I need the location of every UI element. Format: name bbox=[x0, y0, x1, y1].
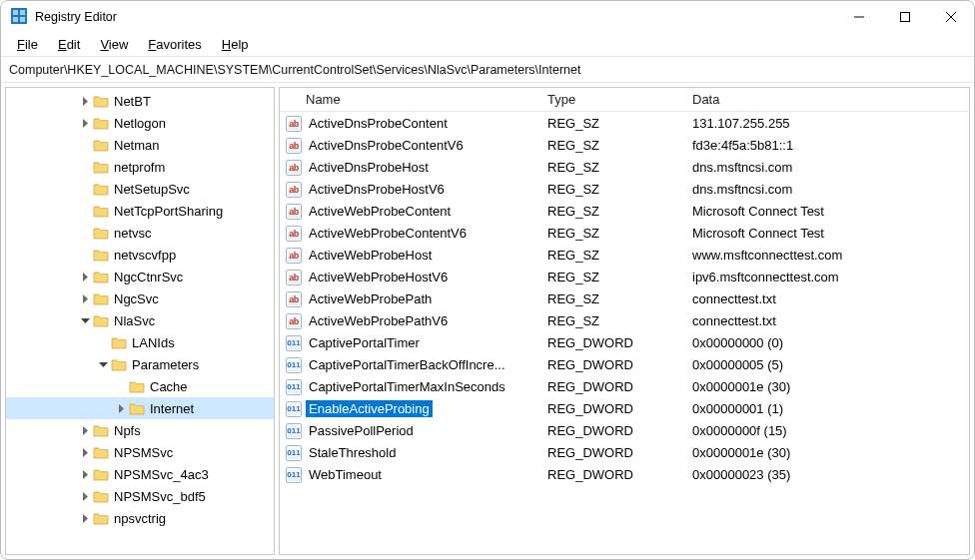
tree-item[interactable]: NgcCtnrSvc bbox=[6, 266, 275, 287]
value-row[interactable]: 011EnableActiveProbingREG_DWORD0x0000000… bbox=[280, 397, 970, 419]
value-row[interactable]: abActiveWebProbePathV6REG_SZconnecttest.… bbox=[280, 309, 970, 331]
address-bar[interactable]: Computer\HKEY_LOCAL_MACHINE\SYSTEM\Curre… bbox=[1, 57, 974, 83]
reg-dword-icon: 011 bbox=[286, 445, 302, 461]
folder-icon bbox=[93, 248, 109, 262]
value-row[interactable]: abActiveWebProbeContentREG_SZMicrosoft C… bbox=[280, 200, 970, 222]
tree-item[interactable]: LANIds bbox=[6, 331, 275, 353]
tree-label: netprofm bbox=[114, 160, 165, 175]
folder-icon bbox=[129, 379, 145, 393]
value-name: ActiveWebProbePath bbox=[306, 290, 435, 307]
value-row[interactable]: abActiveDnsProbeHostREG_SZdns.msftncsi.c… bbox=[280, 156, 970, 178]
expander-icon[interactable] bbox=[78, 116, 92, 130]
expander-icon[interactable] bbox=[96, 335, 110, 349]
expander-icon[interactable] bbox=[78, 445, 92, 459]
tree-item[interactable]: NPSMSvc_bdf5 bbox=[6, 485, 275, 507]
expander-icon[interactable] bbox=[78, 511, 92, 525]
value-data: 0x00000005 (5) bbox=[692, 357, 970, 372]
tree-item[interactable]: NetBT bbox=[6, 90, 275, 112]
folder-icon bbox=[93, 270, 109, 283]
col-name[interactable]: Name bbox=[306, 92, 547, 107]
expander-icon[interactable] bbox=[78, 204, 92, 218]
value-row[interactable]: abActiveWebProbeHostV6REG_SZipv6.msftcon… bbox=[280, 266, 970, 287]
value-row[interactable]: abActiveDnsProbeContentREG_SZ131.107.255… bbox=[280, 112, 970, 134]
tree-item[interactable]: netprofm bbox=[6, 156, 275, 178]
maximize-button[interactable] bbox=[882, 1, 928, 33]
value-row[interactable]: 011WebTimeoutREG_DWORD0x00000023 (35) bbox=[280, 463, 970, 485]
tree-label: Internet bbox=[150, 401, 194, 416]
expander-icon[interactable] bbox=[78, 313, 92, 327]
expander-icon[interactable] bbox=[78, 94, 92, 108]
value-row[interactable]: abActiveWebProbePathREG_SZconnecttest.tx… bbox=[280, 287, 970, 309]
value-row[interactable]: 011CaptivePortalTimerMaxInSecondsREG_DWO… bbox=[280, 375, 970, 397]
tree-item[interactable]: NgcSvc bbox=[6, 287, 275, 309]
col-data[interactable]: Data bbox=[692, 92, 970, 107]
value-type: REG_SZ bbox=[547, 226, 692, 241]
value-type: REG_SZ bbox=[547, 270, 692, 284]
value-data: fd3e:4f5a:5b81::1 bbox=[692, 138, 970, 153]
expander-icon[interactable] bbox=[78, 226, 92, 240]
expander-icon[interactable] bbox=[78, 138, 92, 152]
tree-item[interactable]: netvscvfpp bbox=[6, 244, 275, 266]
expander-icon[interactable] bbox=[78, 182, 92, 196]
value-row[interactable]: 011CaptivePortalTimerBackOffIncre...REG_… bbox=[280, 353, 970, 375]
reg-sz-icon: ab bbox=[286, 270, 302, 285]
tree-item[interactable]: Internet bbox=[6, 397, 275, 419]
folder-icon bbox=[93, 116, 109, 130]
tree-item[interactable]: NPSMSvc bbox=[6, 441, 275, 463]
list-header[interactable]: Name Type Data bbox=[280, 88, 970, 112]
body-split: NetBT Netlogon Netman netprofm NetSetupS… bbox=[1, 83, 974, 559]
values-pane[interactable]: Name Type Data abActiveDnsProbeContentRE… bbox=[279, 87, 970, 555]
expander-icon[interactable] bbox=[78, 160, 92, 174]
value-row[interactable]: abActiveDnsProbeContentV6REG_SZfd3e:4f5a… bbox=[280, 134, 970, 156]
value-type: REG_SZ bbox=[547, 138, 692, 153]
menu-help[interactable]: Help bbox=[212, 35, 259, 54]
expander-icon[interactable] bbox=[78, 423, 92, 437]
tree-item[interactable]: Npfs bbox=[6, 419, 275, 441]
value-row[interactable]: abActiveWebProbeContentV6REG_SZMicrosoft… bbox=[280, 222, 970, 244]
expander-icon[interactable] bbox=[114, 379, 128, 393]
tree-label: NgcCtnrSvc bbox=[114, 270, 183, 284]
tree-item[interactable]: npsvctrig bbox=[6, 507, 275, 529]
tree-item[interactable]: Netlogon bbox=[6, 112, 275, 134]
reg-dword-icon: 011 bbox=[286, 423, 302, 439]
reg-sz-icon: ab bbox=[286, 291, 302, 307]
folder-icon bbox=[93, 313, 109, 327]
value-row[interactable]: abActiveWebProbeHostREG_SZwww.msftconnec… bbox=[280, 244, 970, 266]
value-data: 131.107.255.255 bbox=[692, 116, 970, 131]
col-type[interactable]: Type bbox=[547, 92, 692, 107]
tree-item[interactable]: NetSetupSvc bbox=[6, 178, 275, 200]
menu-view[interactable]: View bbox=[90, 35, 138, 54]
svg-rect-1 bbox=[13, 10, 18, 15]
titlebar: Registry Editor bbox=[1, 1, 974, 33]
tree-item[interactable]: Cache bbox=[6, 375, 275, 397]
minimize-button[interactable] bbox=[836, 1, 882, 33]
close-button[interactable] bbox=[928, 1, 974, 33]
value-row[interactable]: 011PassivePollPeriodREG_DWORD0x0000000f … bbox=[280, 419, 970, 441]
folder-icon bbox=[93, 467, 109, 481]
tree-item[interactable]: NlaSvc bbox=[6, 309, 275, 331]
value-type: REG_DWORD bbox=[547, 423, 692, 438]
expander-icon[interactable] bbox=[78, 467, 92, 481]
value-name: EnableActiveProbing bbox=[306, 400, 433, 417]
reg-sz-icon: ab bbox=[286, 138, 302, 154]
menu-favorites[interactable]: Favorites bbox=[138, 35, 211, 54]
expander-icon[interactable] bbox=[114, 401, 128, 415]
svg-rect-2 bbox=[20, 10, 25, 15]
tree-pane[interactable]: NetBT Netlogon Netman netprofm NetSetupS… bbox=[5, 87, 275, 555]
tree-item[interactable]: Parameters bbox=[6, 353, 275, 375]
expander-icon[interactable] bbox=[78, 489, 92, 503]
tree-item[interactable]: NPSMSvc_4ac3 bbox=[6, 463, 275, 485]
reg-sz-icon: ab bbox=[286, 204, 302, 220]
tree-item[interactable]: Netman bbox=[6, 134, 275, 156]
tree-item[interactable]: NetTcpPortSharing bbox=[6, 200, 275, 222]
expander-icon[interactable] bbox=[78, 270, 92, 283]
expander-icon[interactable] bbox=[78, 248, 92, 262]
tree-item[interactable]: netvsc bbox=[6, 222, 275, 244]
value-row[interactable]: 011StaleThresholdREG_DWORD0x0000001e (30… bbox=[280, 441, 970, 463]
expander-icon[interactable] bbox=[78, 291, 92, 305]
value-row[interactable]: abActiveDnsProbeHostV6REG_SZdns.msftncsi… bbox=[280, 178, 970, 200]
menu-file[interactable]: File bbox=[7, 35, 48, 54]
expander-icon[interactable] bbox=[96, 357, 110, 371]
menu-edit[interactable]: Edit bbox=[48, 35, 90, 54]
value-row[interactable]: 011CaptivePortalTimerREG_DWORD0x00000000… bbox=[280, 331, 970, 353]
